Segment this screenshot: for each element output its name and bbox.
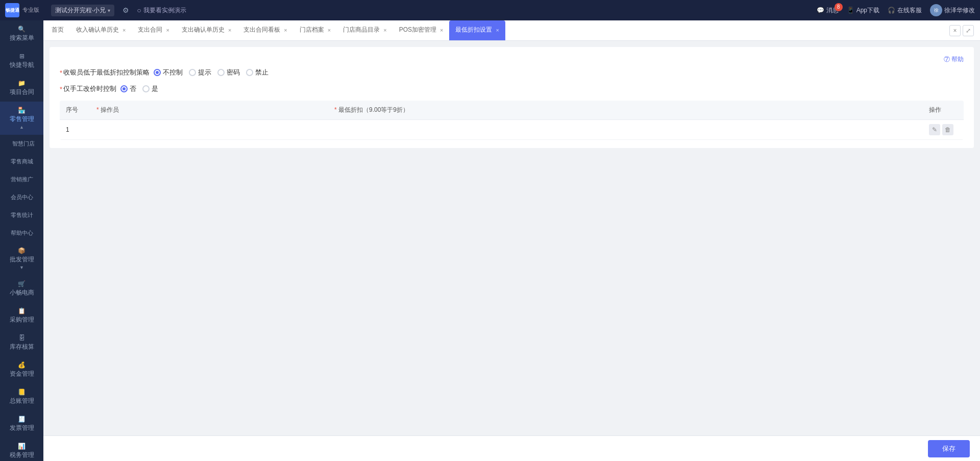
chevron-down-icon: ▾ bbox=[108, 8, 110, 13]
table-header-row: 序号 * 操作员 * 最低折扣（9.00等于9折） bbox=[60, 101, 964, 120]
sidebar-label-retail-stat: 零售统计 bbox=[11, 211, 33, 219]
tab-store-file-label: 门店档案 bbox=[300, 26, 324, 34]
sidebar-label-search: 搜索菜单 bbox=[10, 34, 34, 42]
sidebar-item-purchase[interactable]: 📋 采购管理 bbox=[0, 302, 43, 329]
radio-forbid[interactable]: 禁止 bbox=[246, 68, 268, 77]
sidebar-item-retail-stat[interactable]: 零售统计 bbox=[0, 206, 43, 224]
user-btn[interactable]: 徐 徐泽华修改 bbox=[930, 4, 975, 16]
store-icon: 🏪 bbox=[18, 107, 26, 114]
save-button[interactable]: 保存 bbox=[928, 440, 970, 457]
content-area: 首页 收入确认单历史 × 支出合同 × 支出确认单历史 × 支出合同看板 × 门… bbox=[43, 20, 980, 461]
grid-icon: ⊞ bbox=[19, 53, 24, 60]
tab-pay-contract-board[interactable]: 支出合同看板 × bbox=[237, 20, 293, 40]
project-name: 测试分开完程·小兄 bbox=[55, 6, 106, 15]
message-badge: 8 bbox=[835, 3, 843, 11]
tab-maximize-btn[interactable]: ⤢ bbox=[963, 25, 974, 36]
tab-income-history-close[interactable]: × bbox=[122, 27, 126, 33]
tab-pos-password-close[interactable]: × bbox=[440, 27, 443, 33]
tab-min-discount[interactable]: 最低折扣设置 × bbox=[449, 20, 505, 40]
sidebar-item-member[interactable]: 会员中心 bbox=[0, 188, 43, 206]
radio-no-control[interactable]: 不控制 bbox=[154, 68, 183, 77]
discount-table-container: 序号 * 操作员 * 最低折扣（9.00等于9折） bbox=[60, 101, 964, 140]
tab-min-discount-label: 最低折扣设置 bbox=[455, 26, 492, 34]
sidebar-item-inventory[interactable]: 🗄 库存核算 bbox=[0, 329, 43, 356]
sidebar-label-online-store: 零售商城 bbox=[11, 158, 33, 165]
sidebar-item-retail[interactable]: 🏪 零售管理 ▲ bbox=[0, 102, 43, 135]
message-icon: 💬 bbox=[817, 7, 824, 14]
sidebar: 🔍 搜索菜单 ⊞ 快捷导航 📁 项目合同 🏪 零售管理 ▲ 智慧门店 零售商城 … bbox=[0, 20, 43, 461]
sidebar-item-marketing[interactable]: 营销推广 bbox=[0, 171, 43, 188]
inventory-icon: 🗄 bbox=[19, 334, 25, 342]
tab-pay-contract-board-label: 支出合同看板 bbox=[243, 26, 280, 34]
sidebar-item-ecommerce[interactable]: 🛒 小畅电商 bbox=[0, 275, 43, 302]
demo-link[interactable]: 我要看实例演示 bbox=[137, 6, 186, 15]
sidebar-label-help: 帮助中心 bbox=[11, 229, 33, 237]
delete-btn[interactable]: 🗑 bbox=[942, 124, 953, 135]
customer-service-btn[interactable]: 🎧 在线客服 bbox=[888, 6, 922, 15]
sidebar-item-finance[interactable]: 💰 资金管理 bbox=[0, 356, 43, 383]
sidebar-item-tax[interactable]: 📊 税务管理 bbox=[0, 438, 43, 461]
tab-close-btn[interactable]: × bbox=[949, 25, 961, 36]
sidebar-label-invoice: 发票管理 bbox=[10, 424, 34, 432]
tab-store-file-close[interactable]: × bbox=[328, 27, 331, 33]
sidebar-label-ecommerce: 小畅电商 bbox=[10, 288, 34, 297]
radio-yes[interactable]: 是 bbox=[142, 84, 158, 93]
bottom-bar: 保存 bbox=[43, 435, 980, 461]
manual-price-row: * 仅手工改价时控制 否 是 bbox=[60, 84, 964, 93]
sidebar-item-project[interactable]: 📁 项目合同 bbox=[0, 75, 43, 102]
search-icon: 🔍 bbox=[18, 26, 26, 33]
sidebar-item-ledger[interactable]: 📒 总账管理 bbox=[0, 383, 43, 410]
sidebar-item-smart-store[interactable]: 智慧门店 bbox=[0, 135, 43, 153]
app-download-btn[interactable]: 📱 App下载 bbox=[847, 6, 879, 15]
radio-remind-dot bbox=[189, 69, 196, 76]
tab-pay-confirm-history-close[interactable]: × bbox=[228, 27, 231, 33]
sidebar-item-wholesale[interactable]: 📦 批发管理 ▼ bbox=[0, 242, 43, 275]
sidebar-item-help[interactable]: 帮助中心 bbox=[0, 224, 43, 242]
col-header-operator: * 操作员 bbox=[90, 101, 328, 120]
cell-discount bbox=[328, 120, 923, 140]
tab-store-products[interactable]: 门店商品目录 × bbox=[337, 20, 393, 40]
download-icon: 📱 bbox=[847, 7, 854, 14]
cashier-policy-label: * 收银员低于最低折扣控制策略 bbox=[60, 68, 150, 77]
radio-no[interactable]: 否 bbox=[120, 84, 136, 93]
tab-store-file[interactable]: 门店档案 × bbox=[293, 20, 337, 40]
sidebar-item-invoice[interactable]: 🧾 发票管理 bbox=[0, 410, 43, 438]
tab-pos-password[interactable]: POS加密管理 × bbox=[393, 20, 450, 40]
sidebar-item-online-store[interactable]: 零售商城 bbox=[0, 153, 43, 171]
radio-remind[interactable]: 提示 bbox=[189, 68, 211, 77]
radio-forbid-dot bbox=[246, 69, 253, 76]
tab-pay-contract-board-close[interactable]: × bbox=[284, 27, 287, 33]
discount-table: 序号 * 操作员 * 最低折扣（9.00等于9折） bbox=[60, 101, 964, 140]
tab-store-products-close[interactable]: × bbox=[383, 27, 386, 33]
required-mark2: * bbox=[60, 85, 62, 93]
sidebar-label-shortcut: 快捷导航 bbox=[10, 61, 34, 69]
headset-icon: 🎧 bbox=[888, 7, 895, 14]
radio-password[interactable]: 密码 bbox=[217, 68, 240, 77]
tab-min-discount-close[interactable]: × bbox=[496, 27, 499, 33]
tab-home[interactable]: 首页 bbox=[45, 20, 70, 40]
sidebar-item-shortcut[interactable]: ⊞ 快捷导航 bbox=[0, 47, 43, 75]
help-btn[interactable]: ⑦ 帮助 bbox=[944, 55, 964, 64]
tab-pay-contract-close[interactable]: × bbox=[166, 27, 169, 33]
cell-action: ✎ 🗑 bbox=[923, 120, 964, 140]
sidebar-label-marketing: 营销推广 bbox=[11, 176, 33, 183]
message-btn[interactable]: 💬 消息 8 bbox=[817, 6, 839, 15]
col-header-discount: * 最低折扣（9.00等于9折） bbox=[328, 101, 923, 120]
sidebar-label-inventory: 库存核算 bbox=[10, 343, 34, 351]
project-selector[interactable]: 测试分开完程·小兄 ▾ bbox=[51, 5, 114, 16]
sidebar-label-wholesale: 批发管理 bbox=[10, 255, 34, 264]
customer-service-label: 在线客服 bbox=[897, 6, 922, 15]
sidebar-label-tax: 税务管理 bbox=[10, 451, 34, 459]
edit-btn[interactable]: ✎ bbox=[929, 124, 940, 135]
tab-income-history[interactable]: 收入确认单历史 × bbox=[70, 20, 132, 40]
tab-pay-contract[interactable]: 支出合同 × bbox=[132, 20, 175, 40]
sidebar-item-search[interactable]: 🔍 搜索菜单 bbox=[0, 20, 43, 47]
logo-text: 专业版 bbox=[22, 7, 39, 13]
logo-area: 畅捷通 专业版 bbox=[5, 3, 46, 17]
sidebar-label-purchase: 采购管理 bbox=[10, 316, 34, 324]
tab-pay-confirm-history[interactable]: 支出确认单历史 × bbox=[176, 20, 237, 40]
tab-pay-contract-label: 支出合同 bbox=[138, 26, 162, 34]
cashier-policy-row: * 收银员低于最低折扣控制策略 不控制 提示 bbox=[60, 68, 964, 77]
settings-icon[interactable]: ⚙ bbox=[119, 4, 132, 16]
radio-no-control-dot bbox=[154, 69, 161, 76]
